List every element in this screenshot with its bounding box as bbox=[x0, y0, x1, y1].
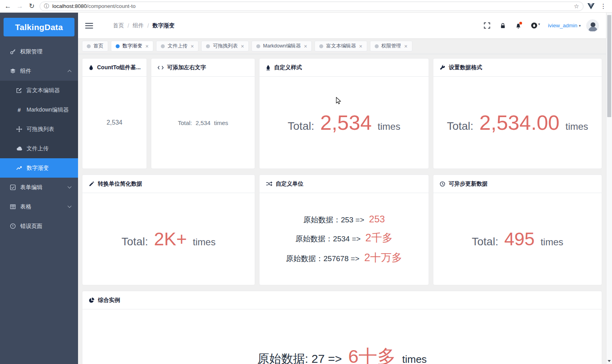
card-number-format: 设置数据格式 Total: 2,534.00 times bbox=[433, 58, 602, 169]
breadcrumb-components[interactable]: 组件 bbox=[133, 22, 144, 29]
card-header: 设置数据格式 bbox=[433, 59, 602, 77]
form-icon bbox=[10, 184, 16, 190]
card-header: 自定义单位 bbox=[259, 175, 429, 193]
tab-dot-icon bbox=[161, 44, 165, 48]
tab-markdown-editor[interactable]: Markdown编辑器 × bbox=[252, 41, 312, 51]
sidebar-item-markdown-editor[interactable]: # Markdown编辑器 bbox=[0, 100, 78, 119]
sidebar-item-label: 错误页面 bbox=[20, 223, 42, 230]
bookmark-star-icon[interactable]: ☆ bbox=[574, 3, 579, 10]
tab-close-icon[interactable]: × bbox=[404, 44, 408, 49]
sidebar-item-count-to[interactable]: 数字渐变 bbox=[0, 158, 78, 178]
open-tabs-bar: 首页 数字渐变 × 文件上传 × 可拖拽列表 × Markdown编辑器 × bbox=[78, 38, 606, 54]
card-header: 转换单位简化数据 bbox=[82, 175, 255, 193]
card-header: 可异步更新数据 bbox=[433, 175, 602, 193]
address-bar[interactable]: ⓘ localhost:8080/component/count-to ☆ bbox=[40, 2, 583, 11]
tab-dot-icon bbox=[319, 44, 323, 48]
tab-dot-icon bbox=[206, 44, 210, 48]
sidebar-item-label: 可拖拽列表 bbox=[27, 126, 54, 133]
card-title: 转换单位简化数据 bbox=[98, 180, 142, 188]
card-simplify-unit: 转换单位简化数据 Total: 2K+ times bbox=[82, 174, 255, 285]
sidebar-item-richtext-editor[interactable]: 富文本编辑器 bbox=[0, 81, 78, 100]
tab-close-icon[interactable]: × bbox=[359, 44, 362, 49]
vue-devtools-icon[interactable] bbox=[587, 3, 595, 9]
browser-menu-icon[interactable]: ⋮ bbox=[599, 2, 608, 10]
tab-home[interactable]: 首页 bbox=[82, 41, 108, 51]
breadcrumb-separator: / bbox=[128, 23, 129, 29]
card-title: 综合实例 bbox=[98, 297, 120, 304]
count-suffix: times bbox=[214, 119, 228, 126]
sidebar-item-permissions[interactable]: 权限管理 bbox=[0, 42, 78, 61]
chevron-down-icon bbox=[68, 185, 72, 189]
tab-close-icon[interactable]: × bbox=[191, 44, 194, 49]
breadcrumb-current: 数字渐变 bbox=[153, 22, 175, 29]
error-icon bbox=[10, 223, 16, 229]
tab-permissions[interactable]: 权限管理 × bbox=[370, 41, 412, 51]
sidebar-item-table[interactable]: 表格 bbox=[0, 197, 78, 216]
sidebar-item-draggable-list[interactable]: 可拖拽列表 bbox=[0, 119, 78, 139]
sidebar-item-error-page[interactable]: 错误页面 bbox=[0, 216, 78, 236]
breadcrumb-home[interactable]: 首页 bbox=[113, 22, 124, 29]
tab-close-icon[interactable]: × bbox=[145, 44, 149, 49]
count-suffix: times bbox=[377, 121, 400, 132]
page-content: CountTo组件基... 2,534 可添加左右文字 bbox=[78, 54, 606, 364]
scrollbar-down-arrow[interactable] bbox=[606, 358, 612, 364]
tab-label: 权限管理 bbox=[381, 43, 401, 49]
card-title: 可异步更新数据 bbox=[449, 180, 488, 188]
count-suffix: times bbox=[402, 353, 427, 364]
card-custom-style: 自定义样式 Total: 2,534 times bbox=[259, 58, 429, 169]
tab-label: 富文本编辑器 bbox=[326, 43, 356, 49]
lock-icon[interactable] bbox=[500, 23, 506, 29]
count-value: 2十万多 bbox=[364, 250, 402, 265]
tab-richtext-editor[interactable]: 富文本编辑器 × bbox=[315, 41, 367, 51]
sidebar-item-label: 富文本编辑器 bbox=[27, 87, 60, 94]
breadcrumb: 首页 / 组件 / 数字渐变 bbox=[113, 22, 175, 29]
sidebar-item-label: 表格 bbox=[20, 203, 31, 210]
page-scrollbar[interactable] bbox=[606, 13, 612, 364]
tab-close-icon[interactable]: × bbox=[241, 44, 244, 49]
sidebar-toggle-icon[interactable] bbox=[85, 23, 93, 28]
tab-dot-icon bbox=[256, 44, 260, 48]
browser-chrome: ← → ↻ ⓘ localhost:8080/component/count-t… bbox=[0, 0, 612, 13]
browser-back-icon[interactable]: ← bbox=[4, 2, 12, 10]
theme-switcher-icon[interactable]: ▾ bbox=[531, 22, 540, 29]
sidebar-item-label: 权限管理 bbox=[20, 48, 42, 55]
sidebar-item-form-editor[interactable]: 表单编辑 bbox=[0, 178, 78, 197]
card-title: 设置数据格式 bbox=[449, 64, 482, 71]
sidebar-item-components[interactable]: 组件 bbox=[0, 61, 78, 81]
table-icon bbox=[10, 204, 16, 210]
count-suffix: times bbox=[566, 121, 588, 132]
code-icon bbox=[158, 65, 164, 70]
tab-count-to[interactable]: 数字渐变 × bbox=[111, 41, 153, 51]
user-dropdown[interactable]: iview_admin ▾ bbox=[548, 23, 581, 28]
tab-label: 文件上传 bbox=[168, 43, 187, 49]
tab-close-icon[interactable]: × bbox=[304, 44, 307, 49]
sidebar-item-label: 文件上传 bbox=[27, 145, 49, 152]
card-custom-unit: 自定义单位 原始数据：253 => 253 原始数据：2534 => 2千多 原… bbox=[259, 174, 429, 285]
browser-reload-icon[interactable]: ↻ bbox=[28, 2, 36, 10]
count-suffix: times bbox=[541, 237, 563, 248]
count-value: 2,534 bbox=[196, 119, 211, 126]
markdown-icon: # bbox=[16, 107, 23, 113]
scrollbar-thumb[interactable] bbox=[607, 15, 611, 117]
url-path: /component/count-to bbox=[87, 3, 135, 9]
tab-draggable-list[interactable]: 可拖拽列表 × bbox=[201, 41, 249, 51]
tab-dot-icon bbox=[116, 44, 120, 48]
cloud-upload-icon bbox=[16, 146, 23, 152]
raw-data-label: 原始数据: 27 => bbox=[257, 351, 342, 364]
count-value: 6十多 bbox=[348, 344, 396, 364]
tab-label: 数字渐变 bbox=[122, 43, 142, 49]
site-info-icon[interactable]: ⓘ bbox=[44, 3, 49, 10]
notification-bell-icon[interactable] bbox=[515, 23, 521, 29]
key-icon bbox=[10, 49, 16, 55]
unit-example-row: 原始数据：253 => 253 bbox=[303, 214, 385, 225]
browser-forward-icon[interactable]: → bbox=[16, 2, 24, 10]
tab-file-upload[interactable]: 文件上传 × bbox=[156, 41, 198, 51]
app-logo[interactable]: TalkingData bbox=[4, 18, 74, 36]
sidebar-item-label: 表单编辑 bbox=[20, 184, 42, 191]
count-suffix: times bbox=[193, 237, 215, 248]
pencil-icon bbox=[89, 181, 94, 187]
avatar[interactable] bbox=[586, 19, 599, 32]
card-header: 可添加左右文字 bbox=[151, 59, 255, 77]
fullscreen-icon[interactable] bbox=[484, 22, 490, 29]
sidebar-item-file-upload[interactable]: 文件上传 bbox=[0, 139, 78, 158]
